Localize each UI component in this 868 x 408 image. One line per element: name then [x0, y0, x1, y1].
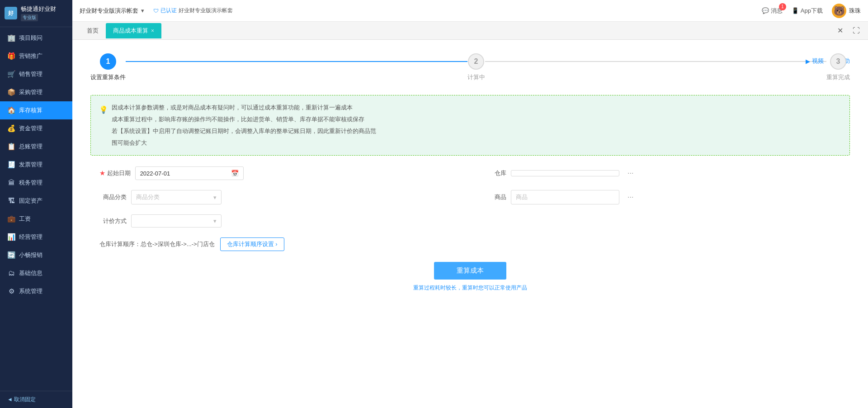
category-select[interactable]: 商品分类 ▾ — [131, 190, 222, 204]
app-download-button[interactable]: 📱 App下载 — [792, 7, 823, 15]
sidebar-item-system[interactable]: ⚙系统管理 — [0, 282, 72, 300]
sidebar-item-inventory[interactable]: 🏠库存核算 — [0, 101, 72, 119]
sidebar-item-label: 采购管理 — [19, 88, 42, 96]
warehouse-more-icon[interactable]: ··· — [624, 167, 637, 179]
required-mark: ★ — [99, 170, 107, 176]
finance-icon: 💰 — [7, 124, 15, 133]
form-section: ★ 起始日期 2022-07-01 📅 仓库 ··· — [90, 166, 850, 251]
goods-input[interactable]: 商品 — [511, 190, 619, 204]
verified-account: 好业财专业版演示帐套 — [179, 7, 233, 14]
step-2: 2 计算中 — [467, 53, 485, 81]
goods-more-icon[interactable]: ··· — [624, 191, 637, 203]
play-icon: ▶ — [806, 58, 810, 65]
sidebar-item-invoice[interactable]: 🧾发票管理 — [0, 156, 72, 174]
sidebar-item-label: 系统管理 — [19, 287, 42, 295]
start-date-input[interactable]: 2022-07-01 📅 — [135, 166, 244, 180]
sidebar-item-purchase[interactable]: 📦采购管理 — [0, 83, 72, 101]
sidebar-item-basic[interactable]: 🗂基础信息 — [0, 264, 72, 282]
sidebar-item-label: 项目顾问 — [19, 34, 42, 42]
pricing-label: 计价方式 — [99, 217, 127, 225]
assets-icon: 🏗 — [7, 197, 15, 205]
close-window-button[interactable]: ✕ — [834, 24, 846, 37]
unpin-label: ◄ 取消固定 — [7, 396, 36, 403]
account-dropdown-icon[interactable]: ▾ — [141, 7, 144, 14]
pricing-dropdown-icon: ▾ — [213, 218, 217, 224]
notice-line2: 成本重算过程中，影响库存账的操作均不能操作，比如进货单、销货单、库存单据不能审核… — [112, 114, 376, 125]
tabbar-right: ✕ ⛶ — [834, 24, 868, 37]
inventory-icon: 🏠 — [7, 106, 15, 114]
step-2-label: 计算中 — [467, 73, 485, 81]
sidebar-item-label: 库存核算 — [19, 106, 42, 114]
notice-line4: 围可能会扩大 — [112, 137, 376, 149]
sidebar-item-label: 小畅报销 — [19, 251, 42, 259]
warehouse-input[interactable] — [511, 170, 619, 176]
category-field: 商品分类 商品分类 ▾ — [99, 190, 461, 204]
purchase-icon: 📦 — [7, 88, 15, 96]
topbar: 好业财专业版演示帐套 ▾ 🛡 已认证 好业财专业版演示帐套 💬 消息 1 📱 A… — [72, 0, 868, 22]
sidebar-brand-name: 畅捷通好业财 — [21, 5, 56, 13]
calendar-icon[interactable]: 📅 — [231, 170, 239, 177]
basic-icon: 🗂 — [7, 269, 15, 277]
sidebar-item-expense[interactable]: 🔄小畅报销 — [0, 246, 72, 264]
tab-active[interactable]: 商品成本重算 × — [106, 23, 161, 38]
app-download-label: App下载 — [801, 7, 823, 15]
form-row-3: 计价方式 ▾ — [99, 214, 841, 228]
sidebar-item-label: 基础信息 — [19, 269, 42, 277]
goods-label: 商品 — [479, 193, 506, 201]
project-icon: 🏢 — [7, 34, 15, 42]
sidebar-item-salary[interactable]: 💼工资 — [0, 210, 72, 228]
action-hint: 重算过程耗时较长，重算时您可以正常使用产品 — [413, 284, 527, 292]
step-2-circle: 2 — [468, 53, 484, 70]
step-line-1 — [126, 61, 467, 62]
maximize-button[interactable]: ⛶ — [850, 24, 863, 37]
sidebar-footer[interactable]: ◄ 取消固定 — [0, 391, 72, 408]
sidebar-item-finance[interactable]: 💰资金管理 — [0, 119, 72, 138]
sidebar-header: 好 畅捷通好业财 专业版 — [0, 0, 72, 27]
topbar-right: 💬 消息 1 📱 App下载 🐻 珠珠 — [762, 4, 861, 18]
notice-text: 因成本计算参数调整，或是对商品成本有疑问时，可以通过成本重算功能，重新计算一遍成… — [112, 102, 376, 149]
sidebar-item-operation[interactable]: 📊经营管理 — [0, 228, 72, 246]
form-row-2: 商品分类 商品分类 ▾ 商品 商品 ··· — [99, 190, 841, 204]
account-name: 好业财专业版演示帐套 — [80, 7, 138, 15]
step-line-2 — [485, 61, 827, 62]
tab-home[interactable]: 首页 — [80, 23, 106, 38]
shield-icon: 🛡 — [153, 8, 159, 14]
message-button[interactable]: 💬 消息 1 — [762, 7, 783, 15]
recalc-button[interactable]: 重算成本 — [434, 262, 506, 280]
accounting-icon: 📋 — [7, 142, 15, 151]
username: 珠珠 — [849, 7, 861, 15]
start-date-value: 2022-07-01 — [140, 170, 170, 177]
step-3: 3 重算完成 — [826, 53, 850, 81]
action-center: 重算成本 重算过程耗时较长，重算时您可以正常使用产品 — [90, 262, 850, 292]
verified-text: 已认证 — [160, 7, 177, 14]
user-avatar-button[interactable]: 🐻 珠珠 — [832, 4, 861, 18]
pricing-select[interactable]: ▾ — [131, 214, 222, 228]
sidebar-item-marketing[interactable]: 🎁营销推广 — [0, 47, 72, 65]
category-placeholder: 商品分类 — [136, 193, 160, 201]
sidebar-item-label: 营销推广 — [19, 52, 42, 60]
sidebar: 好 畅捷通好业财 专业版 🏢项目顾问🎁营销推广🛒销售管理📦采购管理🏠库存核算💰资… — [0, 0, 72, 408]
sidebar-item-accounting[interactable]: 📋总账管理 — [0, 138, 72, 156]
sidebar-item-label: 发票管理 — [19, 161, 42, 169]
tax-icon: 🏛 — [7, 179, 15, 187]
main-area: 好业财专业版演示帐套 ▾ 🛡 已认证 好业财专业版演示帐套 💬 消息 1 📱 A… — [72, 0, 868, 408]
step-3-circle: 3 — [830, 53, 846, 70]
sidebar-logo: 好 — [5, 7, 17, 19]
marketing-icon: 🎁 — [7, 52, 15, 60]
step-1: 1 设置重算条件 — [90, 53, 126, 81]
category-label: 商品分类 — [99, 193, 127, 201]
invoice-icon: 🧾 — [7, 161, 15, 169]
topbar-account[interactable]: 好业财专业版演示帐套 ▾ — [80, 7, 144, 15]
sidebar-item-project[interactable]: 🏢项目顾问 — [0, 29, 72, 47]
sidebar-item-sales[interactable]: 🛒销售管理 — [0, 65, 72, 83]
sales-icon: 🛒 — [7, 70, 15, 78]
sidebar-item-assets[interactable]: 🏗固定资产 — [0, 192, 72, 210]
avatar: 🐻 — [832, 4, 846, 18]
video-link[interactable]: ▶ 视频 — [806, 57, 824, 65]
calc-order-settings-button[interactable]: 仓库计算顺序设置 › — [220, 237, 284, 251]
sidebar-item-tax[interactable]: 🏛税务管理 — [0, 174, 72, 192]
step-1-label: 设置重算条件 — [90, 73, 126, 81]
warehouse-label: 仓库 — [479, 169, 506, 177]
tab-close-icon[interactable]: × — [151, 28, 154, 34]
sidebar-nav: 🏢项目顾问🎁营销推广🛒销售管理📦采购管理🏠库存核算💰资金管理📋总账管理🧾发票管理… — [0, 27, 72, 391]
